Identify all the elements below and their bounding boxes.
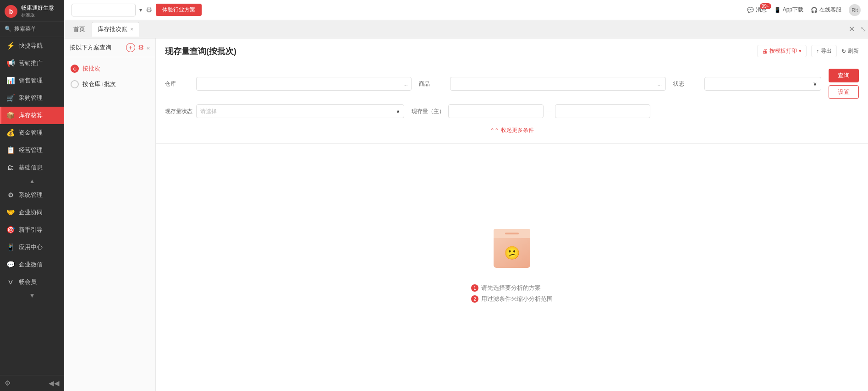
sidebar-item-newbie[interactable]: 🎯 新手引导 (0, 221, 64, 239)
filter-row-1: 仓库 ... 商品 ... 状态 (165, 69, 859, 99)
inventory-status-label: 现存量状态 (165, 108, 192, 115)
empty-hints: 1 请先选择要分析的方案 2 用过滤条件来缩小分析范围 (471, 284, 553, 306)
filter-warehouse: 仓库 ... (165, 77, 412, 91)
inventory-status-select[interactable]: 请选择 ∨ (196, 104, 404, 118)
sidebar-item-shortcut[interactable]: ⚡ 快捷导航 (0, 37, 64, 54)
marketing-icon: 📢 (6, 59, 15, 67)
phone-icon: 📱 (774, 7, 781, 13)
scheme-settings-icon[interactable]: ⚙ (138, 43, 144, 52)
sidebar-search-menu[interactable]: 🔍 搜索菜单 (0, 22, 64, 37)
sidebar-item-operation[interactable]: 📋 经营管理 (0, 141, 64, 159)
product-more-icon[interactable]: ... (658, 81, 662, 87)
left-panel: 按以下方案查询 + ⚙ « ⊙ 按批次 按仓库+批次 (64, 38, 156, 391)
qty-from-input[interactable] (448, 104, 544, 118)
app-download-btn[interactable]: 📱 App下载 (774, 6, 803, 14)
print-dropdown-icon[interactable]: ▾ (799, 48, 802, 54)
wechat-icon: 💬 (6, 261, 15, 269)
close-tab-icon[interactable]: × (130, 26, 133, 33)
app-version: 标准版 (21, 12, 54, 18)
refresh-icon: ↻ (841, 48, 846, 54)
inventory-label: 库存核算 (19, 111, 43, 119)
sidebar-header: b 畅康通好生意 标准版 (0, 0, 64, 22)
inventory-status-dropdown-icon[interactable]: ∨ (396, 108, 400, 114)
collapse-sidebar-icon[interactable]: ◀◀ (49, 379, 60, 387)
sidebar-scroll-down[interactable]: ▼ (0, 291, 64, 301)
operation-icon: 📋 (6, 146, 15, 154)
sidebar-nav: ⚡ 快捷导航 📢 营销推广 📊 销售管理 🛒 采购管理 📦 库存核算 💰 资金管… (0, 37, 64, 375)
inventory-qty-label: 现存量（主） (412, 108, 445, 115)
sidebar-item-inventory[interactable]: 📦 库存核算 (0, 107, 64, 124)
inventory-icon: 📦 (6, 111, 15, 119)
trial-btn[interactable]: 体验行业方案 (156, 4, 202, 16)
sidebar-item-purchase[interactable]: 🛒 采购管理 (0, 89, 64, 107)
topbar-search-input[interactable] (71, 4, 136, 16)
avatar: Rit (849, 4, 861, 16)
shortcut-icon: ⚡ (6, 42, 15, 50)
setup-btn[interactable]: 设置 (829, 85, 859, 99)
sidebar-item-finance[interactable]: 💰 资金管理 (0, 124, 64, 141)
scheme-item-warehouse-batch[interactable]: 按仓库+批次 (64, 76, 155, 92)
add-scheme-btn[interactable]: + (126, 43, 135, 52)
system-label: 系统管理 (19, 191, 43, 199)
qty-to-input[interactable] (555, 104, 650, 118)
refresh-btn[interactable]: ↻ 刷新 (841, 47, 859, 55)
printer-icon: 🖨 (762, 48, 768, 54)
collapse-icon: ⌃⌃ (490, 127, 499, 134)
marketing-label: 营销推广 (19, 59, 43, 67)
sidebar-item-basic[interactable]: 🗂 基础信息 (0, 159, 64, 176)
tab-home[interactable]: 首页 (68, 22, 91, 37)
panel-close-icon[interactable]: ✕ (849, 25, 855, 33)
print-btn[interactable]: 🖨 按模板打印 ▾ (757, 45, 807, 57)
message-badge: 99+ (760, 3, 771, 9)
sidebar-item-member[interactable]: V 畅会员 (0, 273, 64, 291)
enterprise-icon: 🤝 (6, 208, 15, 217)
scheme-icon-warehouse (71, 80, 79, 88)
sidebar-item-enterprise[interactable]: 🤝 企业协同 (0, 204, 64, 221)
warehouse-more-icon[interactable]: ... (403, 81, 407, 87)
status-dropdown-icon[interactable]: ∨ (813, 81, 817, 87)
sales-icon: 📊 (6, 76, 15, 85)
hint-num-1: 1 (471, 284, 478, 292)
online-service-btn[interactable]: 🎧 在线客服 (811, 6, 841, 14)
sidebar-item-marketing[interactable]: 📢 营销推广 (0, 54, 64, 72)
status-select[interactable]: ∨ (704, 77, 821, 91)
hint-text-1: 请先选择要分析的方案 (481, 284, 541, 292)
warehouse-input[interactable]: ... (196, 77, 412, 91)
member-icon: V (6, 278, 15, 286)
hint-num-2: 2 (471, 295, 478, 303)
topbar-settings-icon[interactable]: ⚙ (146, 5, 152, 14)
appstore-icon: 📱 (6, 243, 15, 251)
topbar-dropdown-btn[interactable]: ▾ (139, 7, 142, 13)
message-icon: 💬 (747, 7, 754, 13)
export-btn[interactable]: ↑ 导出 (811, 45, 837, 57)
export-label: 导出 (821, 47, 832, 55)
print-label: 按模板打印 (769, 47, 797, 55)
sidebar-item-system[interactable]: ⚙ 系统管理 (0, 186, 64, 204)
finance-icon: 💰 (6, 129, 15, 137)
empty-state: 😕 1 请先选择要分析的方案 2 用过滤条件来缩小分析范围 (156, 144, 868, 391)
tab-inventory-batch[interactable]: 库存批次账 × (92, 22, 139, 37)
shortcut-label: 快捷导航 (19, 42, 43, 50)
content-area: 按以下方案查询 + ⚙ « ⊙ 按批次 按仓库+批次 (64, 38, 868, 391)
query-btn[interactable]: 查询 (829, 69, 859, 82)
appstore-label: 应用中心 (19, 243, 43, 251)
left-panel-title: 按以下方案查询 (70, 43, 111, 52)
left-panel-collapse-btn[interactable]: « (147, 44, 150, 51)
user-avatar-btn[interactable]: Rit (849, 4, 861, 16)
scheme-item-batch[interactable]: ⊙ 按批次 (64, 61, 155, 76)
query-setup-btns: 查询 设置 (829, 69, 859, 99)
panel-expand-icon[interactable]: ⤡ (860, 25, 866, 33)
topbar-right: 💬 消息 99+ 📱 App下载 🎧 在线客服 Rit (747, 4, 861, 16)
sidebar-brand: 畅康通好生意 标准版 (21, 5, 54, 18)
collapse-row[interactable]: ⌃⌃ 收起更多条件 (165, 124, 859, 137)
message-btn[interactable]: 💬 消息 99+ (747, 6, 767, 14)
settings-footer-icon[interactable]: ⚙ (5, 379, 11, 387)
collapse-label: 收起更多条件 (501, 126, 534, 134)
product-input[interactable]: ... (450, 77, 665, 91)
sidebar-item-sales[interactable]: 📊 销售管理 (0, 72, 64, 89)
refresh-label: 刷新 (848, 47, 859, 55)
sidebar-item-wechat[interactable]: 💬 企业微信 (0, 256, 64, 273)
search-icon: 🔍 (5, 26, 11, 32)
sidebar-scroll-up[interactable]: ▲ (0, 176, 64, 186)
sidebar-item-appstore[interactable]: 📱 应用中心 (0, 239, 64, 256)
